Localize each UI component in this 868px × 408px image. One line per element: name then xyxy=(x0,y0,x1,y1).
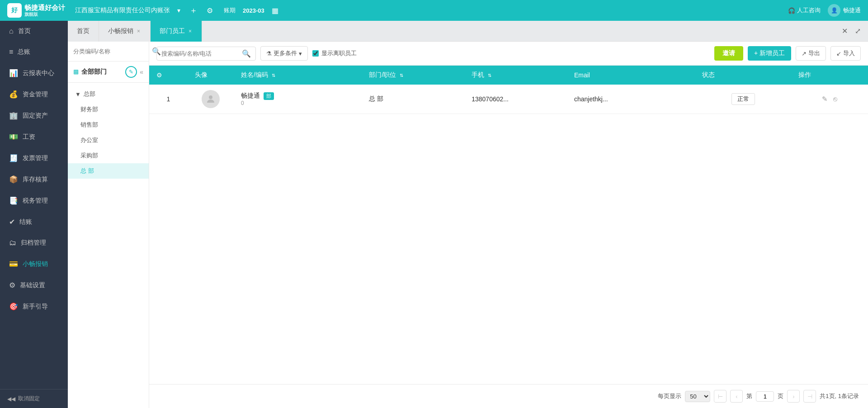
more-filter-button[interactable]: ⚗ 更多条件 ▾ xyxy=(260,46,308,61)
tab-dept-emp-close[interactable]: × xyxy=(188,27,193,35)
first-page-button[interactable]: ⊢ xyxy=(714,390,726,403)
sidebar-item-settings[interactable]: ⚙ 基础设置 xyxy=(0,275,68,296)
dept-node-label: 总 部 xyxy=(80,167,94,175)
archive-icon: 🗂 xyxy=(9,239,16,247)
dept-node-general[interactable]: 总 部 xyxy=(68,163,149,179)
employee-avatar xyxy=(202,90,220,108)
dept-badge: 部 xyxy=(264,92,274,100)
assets-icon: 🏢 xyxy=(9,111,18,120)
ledger-icon: ≡ xyxy=(9,48,13,56)
table-settings-icon[interactable]: ⚙ xyxy=(156,71,162,79)
col-dept-header[interactable]: 部门/职位 ⇅ xyxy=(362,66,464,85)
sidebar-item-guide[interactable]: 🎯 新手引导 xyxy=(0,296,68,317)
sidebar-item-label: 总账 xyxy=(18,48,30,56)
col-avatar-header: 头像 xyxy=(188,66,234,85)
sidebar-item-tax[interactable]: 📑 税务管理 xyxy=(0,190,68,211)
cancel-fixed-button[interactable]: ◀◀ 取消固定 xyxy=(0,389,68,408)
tab-close-all-button[interactable]: ✕ xyxy=(840,25,849,37)
dept-node-finance[interactable]: 财务部 xyxy=(68,102,149,117)
export-button[interactable]: ↗ 导出 xyxy=(796,46,826,61)
row-name-cell: 畅捷通 部 0 xyxy=(234,85,362,114)
dept-collapse-button[interactable]: « xyxy=(140,68,143,76)
tab-expense-close[interactable]: × xyxy=(136,27,141,35)
sidebar-item-invoice[interactable]: 🧾 发票管理 xyxy=(0,147,68,169)
sidebar-item-archive[interactable]: 🗂 归档管理 xyxy=(0,232,68,253)
tab-expand-button[interactable]: ⤢ xyxy=(853,25,863,37)
invite-button[interactable]: 邀请 xyxy=(714,46,743,61)
sidebar-item-home[interactable]: ⌂ 首页 xyxy=(0,21,68,42)
sidebar-item-ledger[interactable]: ≡ 总账 xyxy=(0,42,68,62)
sidebar-item-inventory[interactable]: 📦 库存核算 xyxy=(0,169,68,190)
period-label: 账期 xyxy=(224,6,236,14)
user-area[interactable]: 👤 畅捷通 xyxy=(828,4,861,17)
filter-icon: ⚗ xyxy=(266,50,272,57)
add-employee-button[interactable]: + 新增员工 xyxy=(748,46,791,61)
logo-area: 好 畅捷通好会计 旗舰版 xyxy=(7,3,66,18)
page-size-select[interactable]: 50 10 20 100 xyxy=(685,391,710,402)
dept-node-purchase[interactable]: 采购部 xyxy=(68,148,149,163)
col-name-header[interactable]: 姓名/编码 ⇅ xyxy=(234,66,362,85)
dept-grid-icon: ⊞ xyxy=(73,68,79,76)
support-button[interactable]: 🎧 人工咨询 xyxy=(788,6,821,14)
tab-dept-emp[interactable]: 部门员工 × xyxy=(151,21,202,42)
show-resigned-checkbox-wrap[interactable]: 显示离职员工 xyxy=(312,49,357,57)
row-status-cell: 正常 xyxy=(695,85,791,114)
content-area: 首页 小畅报销 × 部门员工 × ✕ ⤢ 🔍 xyxy=(68,21,868,408)
employee-dept: 总 部 xyxy=(369,95,383,102)
closing-icon: ✔ xyxy=(9,218,15,226)
logout-employee-button[interactable]: ⎋ xyxy=(833,95,837,103)
page-size-label: 每页显示 xyxy=(658,392,681,400)
tax-icon: 📑 xyxy=(9,196,18,205)
sidebar-item-expense[interactable]: 💳 小畅报销 xyxy=(0,253,68,275)
page-number-input[interactable] xyxy=(756,391,774,402)
dept-node-label: 办公室 xyxy=(80,136,98,144)
dept-node-sales[interactable]: 销售部 xyxy=(68,117,149,133)
dept-edit-button[interactable]: ✎ xyxy=(125,66,137,78)
col-email-header: Email xyxy=(567,66,695,85)
next-page-button[interactable]: › xyxy=(787,390,800,403)
home-icon: ⌂ xyxy=(9,27,14,35)
total-info: 共1页, 1条记录 xyxy=(820,392,859,400)
col-status-header: 状态 xyxy=(695,66,791,85)
row-email-cell: chanjethkj... xyxy=(567,85,695,114)
sidebar-item-reports[interactable]: 📊 云报表中心 xyxy=(0,62,68,84)
edit-employee-button[interactable]: ✎ xyxy=(822,95,828,103)
capital-icon: 💰 xyxy=(9,90,18,99)
tab-expense-label: 小畅报销 xyxy=(108,27,133,35)
sidebar-item-salary[interactable]: 💵 工资 xyxy=(0,126,68,147)
invite-label: 邀请 xyxy=(722,49,735,57)
dept-tree: ▼ 总部 财务部 销售部 办公室 采购部 xyxy=(68,83,149,408)
col-phone-header[interactable]: 手机 ⇅ xyxy=(464,66,567,85)
employee-panel: 🔍 ⚗ 更多条件 ▾ 显示离职员工 邀请 xyxy=(149,42,868,408)
emp-search-icon[interactable]: 🔍 xyxy=(242,49,251,58)
company-dropdown-button[interactable]: ▾ xyxy=(175,5,182,16)
row-no: 1 xyxy=(149,85,188,114)
tab-home[interactable]: 首页 xyxy=(68,21,99,42)
dept-node-office[interactable]: 办公室 xyxy=(68,133,149,148)
dept-node-hq[interactable]: ▼ 总部 xyxy=(68,86,149,102)
settings-button[interactable]: ⚙ xyxy=(205,5,215,17)
add-company-button[interactable]: ＋ xyxy=(188,3,199,18)
show-resigned-checkbox[interactable] xyxy=(312,50,319,57)
prev-page-button[interactable]: ‹ xyxy=(730,390,743,403)
last-page-button[interactable]: ⊣ xyxy=(803,390,816,403)
sidebar-item-assets[interactable]: 🏢 固定资产 xyxy=(0,105,68,126)
sidebar-item-capital[interactable]: 💰 资金管理 xyxy=(0,84,68,105)
cancel-fixed-label: 取消固定 xyxy=(18,395,40,403)
dept-search-area: 🔍 xyxy=(68,42,149,62)
employee-code: 0 xyxy=(241,100,354,106)
sidebar-item-closing[interactable]: ✔ 结账 xyxy=(0,211,68,232)
page-content: 🔍 ⊞ 全部部门 ✎ « ▼ 总部 xyxy=(68,42,868,408)
emp-toolbar: 🔍 ⚗ 更多条件 ▾ 显示离职员工 邀请 xyxy=(149,42,868,66)
tab-expense[interactable]: 小畅报销 × xyxy=(99,21,151,42)
sidebar-item-label: 固定资产 xyxy=(23,112,48,120)
page-no-label: 第 xyxy=(746,392,752,400)
sidebar: ⌂ 首页 ≡ 总账 📊 云报表中心 💰 资金管理 🏢 固定资产 💵 工资 🧾 发… xyxy=(0,21,68,408)
phone-sort-icon: ⇅ xyxy=(488,73,491,78)
calendar-icon[interactable]: ▦ xyxy=(272,6,278,15)
dept-search-input[interactable] xyxy=(73,48,149,55)
import-button[interactable]: ↙ 导入 xyxy=(830,46,861,61)
sidebar-item-label: 新手引导 xyxy=(23,303,48,311)
emp-search-input[interactable] xyxy=(161,50,239,57)
more-filter-label: 更多条件 xyxy=(274,49,297,57)
